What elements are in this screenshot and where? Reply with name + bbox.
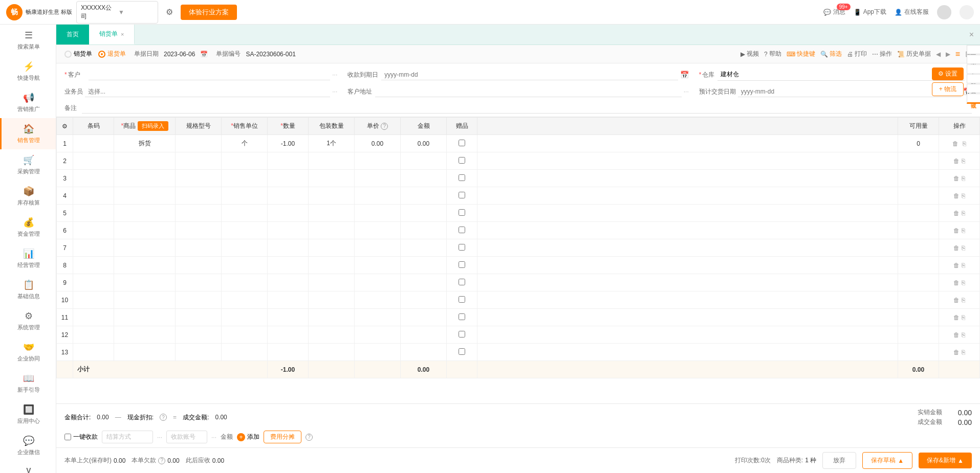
- payment-date-input[interactable]: [381, 70, 678, 80]
- tab-close-all[interactable]: ×: [969, 30, 980, 39]
- float-btn-log[interactable]: 日志: [967, 84, 980, 93]
- settlement-dots[interactable]: ···: [157, 434, 162, 441]
- one-click-payment[interactable]: 一键收款: [64, 433, 98, 441]
- warehouse-input[interactable]: 建材仓: [717, 69, 965, 81]
- discard-button[interactable]: 放弃: [822, 452, 856, 469]
- barcode-1[interactable]: [73, 135, 114, 152]
- calendar-icon[interactable]: 📅: [200, 51, 208, 58]
- sidebar-item-inventory[interactable]: 📦 库存核算: [0, 181, 56, 212]
- notes-input[interactable]: [82, 102, 972, 114]
- nav-prev-icon[interactable]: ◀: [936, 51, 941, 58]
- float-btn-note[interactable]: 备注: [967, 64, 980, 74]
- history-btn[interactable]: 📜 历史单据: [897, 50, 931, 58]
- total-owe-help-icon[interactable]: ?: [158, 457, 165, 464]
- spec-1[interactable]: [176, 135, 222, 152]
- operation-btn[interactable]: ⋯ 操作: [872, 50, 892, 58]
- sidebar-system-label: 系统管理: [17, 324, 40, 331]
- sidebar-item-wechat[interactable]: 💬 企业微信: [0, 430, 56, 461]
- delete-icon-1[interactable]: 🗑: [952, 140, 959, 147]
- account-field[interactable]: 收款账号: [166, 431, 207, 443]
- video-btn[interactable]: ▶ 视频: [741, 50, 759, 58]
- delete-icon-2[interactable]: 🗑: [953, 157, 960, 165]
- copy-icon-2[interactable]: ⎘: [962, 157, 965, 165]
- sidebar-basic-label: 基础信息: [17, 292, 40, 300]
- gear-button[interactable]: ⚙: [162, 5, 177, 19]
- print-toolbar-btn[interactable]: 🖨 打印: [847, 50, 867, 58]
- product-1[interactable]: 拆货: [114, 135, 176, 152]
- unit-price-help-icon[interactable]: ?: [381, 123, 388, 130]
- expense-split-btn[interactable]: 费用分摊: [264, 431, 301, 443]
- quantity-1[interactable]: -1.00: [268, 135, 309, 152]
- cash-discount-help-icon[interactable]: ?: [160, 414, 167, 421]
- gift-checkbox-1[interactable]: [459, 140, 465, 146]
- settlement-method[interactable]: 结算方式: [102, 431, 153, 443]
- float-btn-contact[interactable]: 联系人: [967, 55, 980, 64]
- close-all-icon[interactable]: ×: [969, 30, 974, 39]
- settings-form-btn[interactable]: ⚙ 设置: [932, 67, 964, 80]
- radio-sales-order[interactable]: 销货单: [64, 50, 92, 58]
- money-icon: 💰: [23, 217, 34, 228]
- history-icon: 📜: [897, 51, 905, 58]
- sidebar-item-app-center[interactable]: 🔲 应用中心: [0, 399, 56, 430]
- payment-calendar-icon[interactable]: 📅: [680, 71, 689, 79]
- company-selector[interactable]: XXXXXX公司 ▼: [76, 1, 158, 24]
- logistics-btn[interactable]: + 物流: [932, 82, 964, 96]
- help-btn[interactable]: ? 帮助: [764, 50, 781, 58]
- address-dots[interactable]: ···: [684, 88, 689, 95]
- float-btn-attachment[interactable]: 附件: [967, 74, 980, 83]
- draft-button[interactable]: 保存草稿 ▲: [862, 452, 912, 469]
- sidebar-item-enterprise[interactable]: 🤝 企业协同: [0, 336, 56, 368]
- copy-icon-1[interactable]: ⎘: [963, 140, 966, 147]
- sidebar-item-operations[interactable]: 📊 经营管理: [0, 243, 56, 274]
- avatar-2[interactable]: [960, 5, 974, 19]
- gift-1[interactable]: [447, 135, 477, 152]
- vip-icon: V: [26, 466, 31, 473]
- radio-return-label: 退货单: [107, 50, 126, 58]
- salesperson-dots[interactable]: ···: [332, 88, 337, 95]
- th-settings[interactable]: ⚙: [57, 118, 73, 135]
- amount-1[interactable]: 0.00: [401, 135, 447, 152]
- unit-1[interactable]: 个: [222, 135, 268, 152]
- customer-dots[interactable]: ···: [332, 71, 337, 78]
- sidebar-item-quick-nav[interactable]: ⚡ 快捷导航: [0, 56, 56, 87]
- payment-checkbox[interactable]: [64, 434, 71, 440]
- nav-next-icon[interactable]: ▶: [946, 51, 950, 58]
- expense-help-icon[interactable]: ?: [306, 434, 313, 441]
- salesperson-input[interactable]: [85, 86, 330, 97]
- float-btn-image[interactable]: 图片: [967, 45, 980, 54]
- float-btn-favorite[interactable]: 收藏: [967, 94, 980, 104]
- avatar[interactable]: [937, 5, 951, 19]
- sidebar-item-vip[interactable]: V 畅会员: [0, 461, 56, 473]
- try-button[interactable]: 体验行业方案: [181, 5, 237, 20]
- customer-address-input[interactable]: [375, 86, 682, 97]
- online-support-button[interactable]: 👤 在线客服: [895, 8, 929, 16]
- filter-btn[interactable]: 🔍 筛选: [820, 50, 842, 58]
- scan-button[interactable]: 扫码录入: [138, 121, 168, 131]
- sidebar-item-system[interactable]: ⚙ 系统管理: [0, 305, 56, 336]
- app-download-button[interactable]: 📱 App下载: [854, 8, 886, 16]
- tab-close-icon[interactable]: ×: [121, 31, 124, 37]
- table-header: ⚙ 条码 *商品 扫码录入 规格型号 *销售单位 *数量 包装数量 单价 ? 金…: [57, 118, 980, 135]
- expected-date-input[interactable]: [738, 86, 961, 97]
- sidebar-item-tutorial[interactable]: 📖 新手引导: [0, 368, 56, 399]
- radio-return-order[interactable]: 退货单: [98, 50, 126, 58]
- sidebar-item-sales[interactable]: 🏠 销售管理: [0, 118, 56, 149]
- customer-input[interactable]: [89, 69, 331, 80]
- notes-1[interactable]: [477, 135, 898, 152]
- tab-sales-order[interactable]: 销货单 ×: [89, 25, 135, 44]
- sidebar-item-purchase[interactable]: 🛒 采购管理: [0, 149, 56, 181]
- unit-price-1[interactable]: 0.00: [355, 135, 401, 152]
- list-view-icon[interactable]: ≡: [955, 50, 960, 59]
- tab-home[interactable]: 首页: [56, 25, 89, 44]
- add-payment-btn[interactable]: + 添加: [237, 433, 259, 441]
- sidebar-item-basic-info[interactable]: 📋 基础信息: [0, 274, 56, 305]
- message-button[interactable]: 💬 消息 99+: [823, 8, 845, 16]
- account-dots[interactable]: ···: [211, 434, 216, 441]
- sidebar-item-finance[interactable]: 💰 资金管理: [0, 212, 56, 243]
- shortcut-btn[interactable]: ⌨ 快捷键: [787, 50, 815, 58]
- save-new-button[interactable]: 保存&新增 ▲: [919, 453, 972, 468]
- tab-bar: 首页 销货单 × ×: [56, 25, 980, 45]
- sidebar-item-search[interactable]: ☰ 搜索菜单: [0, 25, 56, 56]
- pack-qty-1[interactable]: 1个: [309, 135, 355, 152]
- sidebar-item-marketing[interactable]: 📢 营销推广: [0, 87, 56, 118]
